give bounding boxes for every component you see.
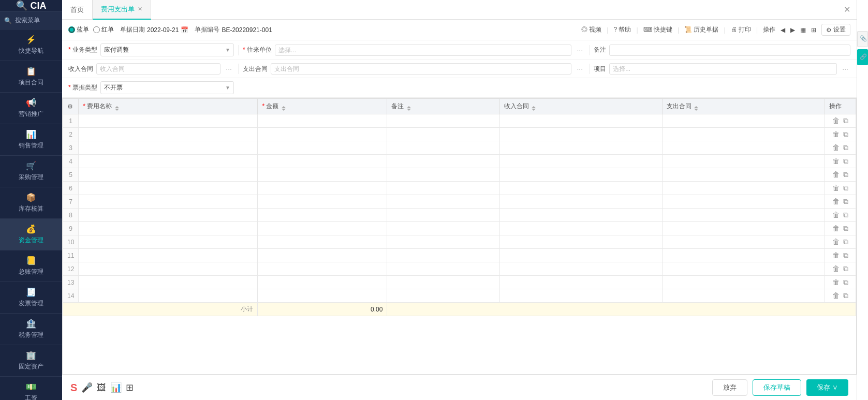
counterpart-more-btn[interactable]: ···	[575, 46, 585, 54]
delete-row-btn-9[interactable]: 🗑	[831, 224, 841, 232]
footer-grid-icon[interactable]: ⊞	[126, 382, 134, 393]
blue-radio-input[interactable]	[68, 26, 75, 33]
copy-row-btn-9[interactable]: ⧉	[842, 224, 849, 233]
expense-contract-cell-6[interactable]	[663, 182, 825, 195]
expense-name-cell-11[interactable]	[79, 249, 258, 262]
copy-row-btn-14[interactable]: ⧉	[842, 291, 849, 300]
video-btn[interactable]: ◎ 视频	[581, 25, 601, 34]
delete-row-btn-11[interactable]: 🗑	[831, 251, 841, 259]
amount-cell-7[interactable]	[258, 195, 387, 209]
sidebar-item-salary[interactable]: 💵 工资	[0, 377, 62, 400]
sidebar-item-capital[interactable]: 💰 资金管理	[0, 219, 62, 250]
expense-contract-cell-1[interactable]	[663, 114, 825, 128]
copy-row-btn-12[interactable]: ⧉	[842, 264, 849, 273]
expense-contract-cell-12[interactable]	[663, 262, 825, 276]
expense-contract-cell-13[interactable]	[663, 276, 825, 289]
expense-contract-cell-7[interactable]	[663, 195, 825, 209]
delete-row-btn-3[interactable]: 🗑	[831, 143, 841, 152]
copy-row-btn-5[interactable]: ⧉	[842, 170, 849, 179]
ops-btn[interactable]: 操作	[763, 25, 775, 34]
note-cell-8[interactable]	[387, 209, 500, 222]
expense-sort[interactable]	[694, 106, 698, 111]
expense-name-cell-9[interactable]	[79, 222, 258, 235]
income-contract-cell-12[interactable]	[500, 262, 663, 276]
sidebar-search[interactable]: 🔍 搜索菜单	[0, 12, 62, 29]
note-cell-6[interactable]	[387, 182, 500, 195]
delete-row-btn-5[interactable]: 🗑	[831, 170, 841, 179]
expense-contract-cell-3[interactable]	[663, 141, 825, 155]
income-contract-cell-3[interactable]	[500, 141, 663, 155]
amount-cell-14[interactable]	[258, 289, 387, 303]
expense-name-sort[interactable]	[115, 106, 119, 111]
amount-cell-9[interactable]	[258, 222, 387, 235]
delete-row-btn-12[interactable]: 🗑	[831, 264, 841, 273]
footer-mic-icon[interactable]: 🎤	[81, 382, 93, 393]
delete-row-btn-4[interactable]: 🗑	[831, 157, 841, 165]
sidebar-item-fixed-assets[interactable]: 🏢 固定资产	[0, 345, 62, 377]
expense-contract-cell-2[interactable]	[663, 128, 825, 141]
note-cell-1[interactable]	[387, 114, 500, 128]
footer-table-icon[interactable]: 📊	[110, 382, 122, 393]
amount-cell-1[interactable]	[258, 114, 387, 128]
right-tab-1[interactable]: 📎	[857, 31, 868, 47]
shortcut-btn[interactable]: ⌨ 快捷键	[643, 25, 672, 34]
note-cell-13[interactable]	[387, 276, 500, 289]
th-settings[interactable]: ⚙	[63, 99, 79, 114]
amount-cell-11[interactable]	[258, 249, 387, 262]
note-cell-5[interactable]	[387, 168, 500, 182]
income-contract-cell-7[interactable]	[500, 195, 663, 209]
note-cell-12[interactable]	[387, 262, 500, 276]
note-cell-10[interactable]	[387, 235, 500, 249]
blue-doc-radio[interactable]: 蓝单	[68, 25, 89, 34]
tab-close-icon[interactable]: ✕	[138, 6, 142, 12]
delete-row-btn-1[interactable]: 🗑	[831, 116, 841, 125]
amount-cell-13[interactable]	[258, 276, 387, 289]
save-draft-button[interactable]: 保存草稿	[753, 379, 801, 396]
note-cell-14[interactable]	[387, 289, 500, 303]
income-contract-cell-9[interactable]	[500, 222, 663, 235]
income-contract-input[interactable]	[100, 65, 217, 72]
amount-cell-6[interactable]	[258, 182, 387, 195]
red-doc-radio[interactable]: 红单	[93, 25, 114, 34]
grid1-btn[interactable]: ▦	[800, 26, 806, 34]
note-cell-9[interactable]	[387, 222, 500, 235]
sidebar-item-project-contract[interactable]: 📋 项目合同	[0, 61, 62, 93]
delete-row-btn-2[interactable]: 🗑	[831, 130, 841, 138]
next-btn[interactable]: ▶	[790, 26, 795, 34]
expense-name-cell-4[interactable]	[79, 155, 258, 168]
note-cell-7[interactable]	[387, 195, 500, 209]
delete-row-btn-10[interactable]: 🗑	[831, 238, 841, 246]
delete-row-btn-14[interactable]: 🗑	[831, 291, 841, 300]
delete-row-btn-7[interactable]: 🗑	[831, 197, 841, 205]
note-cell-4[interactable]	[387, 155, 500, 168]
expense-contract-cell-8[interactable]	[663, 209, 825, 222]
expense-contract-input[interactable]	[274, 65, 568, 72]
expense-name-cell-7[interactable]	[79, 195, 258, 209]
expense-contract-cell-9[interactable]	[663, 222, 825, 235]
copy-row-btn-1[interactable]: ⧉	[842, 116, 849, 125]
copy-row-btn-10[interactable]: ⧉	[842, 238, 849, 246]
income-contract-cell-10[interactable]	[500, 235, 663, 249]
expense-name-cell-2[interactable]	[79, 128, 258, 141]
project-input[interactable]	[613, 65, 833, 72]
expense-name-cell-6[interactable]	[79, 182, 258, 195]
invoice-type-select[interactable]: 不开票 ▼	[100, 81, 234, 94]
grid2-btn[interactable]: ⊞	[811, 26, 816, 34]
project-input-wrapper[interactable]	[609, 63, 837, 75]
copy-row-btn-4[interactable]: ⧉	[842, 157, 849, 166]
sidebar-item-tax[interactable]: 🏦 税务管理	[0, 314, 62, 345]
income-contract-wrapper[interactable]	[96, 63, 220, 75]
expense-contract-cell-4[interactable]	[663, 155, 825, 168]
discard-button[interactable]: 放弃	[712, 379, 747, 396]
print-btn[interactable]: 🖨 打印	[731, 25, 751, 34]
right-tab-2[interactable]: 🔗	[857, 49, 868, 65]
expense-name-cell-8[interactable]	[79, 209, 258, 222]
expense-contract-cell-5[interactable]	[663, 168, 825, 182]
amount-cell-4[interactable]	[258, 155, 387, 168]
remark-input-wrapper[interactable]	[609, 45, 850, 56]
counterpart-input[interactable]	[278, 47, 568, 54]
calendar-icon[interactable]: 📅	[181, 26, 188, 34]
expense-name-cell-3[interactable]	[79, 141, 258, 155]
help-btn[interactable]: ? 帮助	[613, 25, 631, 34]
expense-name-cell-10[interactable]	[79, 235, 258, 249]
